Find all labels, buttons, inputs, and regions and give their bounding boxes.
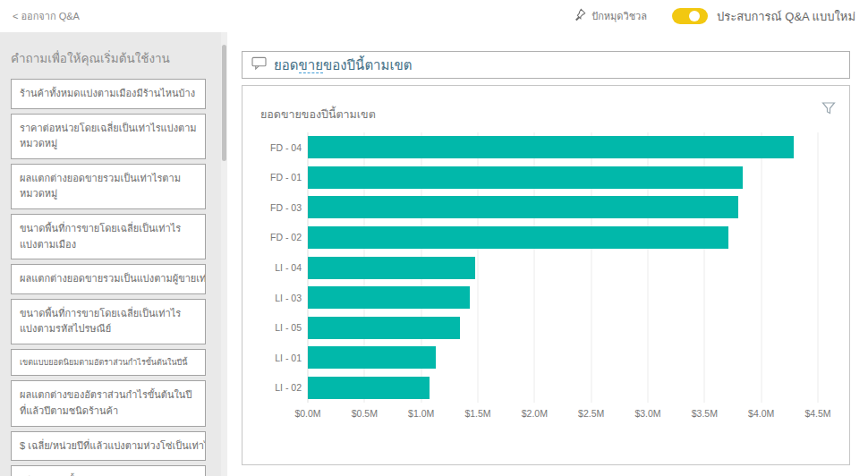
- bar-chart-visual[interactable]: ยอดขายของปีนี้ตามเขต FD - 04FD - 01FD - …: [242, 85, 850, 465]
- bar-LI-05[interactable]: [308, 317, 460, 339]
- bar-LI-02[interactable]: [308, 377, 430, 399]
- x-tick-label: $1.5M: [464, 408, 490, 419]
- x-tick-label: $3.5M: [692, 408, 718, 419]
- bar-FD-02[interactable]: [308, 226, 728, 249]
- new-qa-experience-label: ประสบการณ์ Q&A แบบใหม่: [717, 7, 855, 26]
- pin-visual-button[interactable]: ปักหมุดวิชวล: [574, 8, 647, 24]
- qa-canvas: ยอดขายของปีนี้ตามเขต ยอดขายของปีนี้ตามเข…: [227, 32, 868, 476]
- y-category-label: FD - 02: [253, 232, 302, 242]
- scrollbar-thumb[interactable]: [222, 45, 226, 161]
- bar-row: FD - 04: [308, 132, 818, 163]
- y-category-label: LI - 04: [253, 262, 302, 273]
- pin-visual-label: ปักหมุดวิชวล: [591, 8, 647, 24]
- chart-title: ยอดขายของปีนี้ตามเขต: [260, 106, 376, 123]
- sidebar-question[interactable]: ผลแตกต่างยอดขายรวมเป็นแบ่งตามผู้ขายเท่าไ…: [11, 264, 206, 294]
- x-tick-label: $2.5M: [578, 408, 604, 419]
- qa-screen: < ออกจาก Q&A ปักหมุดวิชวล ประสบการณ์ Q&A…: [0, 0, 868, 476]
- question-list: ร้านค้าทั้งหมดแบ่งตามเมืองมีร้านไหนบ้างร…: [11, 79, 210, 476]
- bar-row: FD - 02: [308, 223, 818, 253]
- exit-qa-link[interactable]: < ออกจาก Q&A: [13, 8, 80, 24]
- bar-FD-01[interactable]: [308, 166, 743, 189]
- sidebar-question[interactable]: เขตแบบยอดนิยมตามอัตราส่วนกำไรขั้นต้นในปี…: [11, 349, 206, 376]
- bar-LI-04[interactable]: [308, 257, 475, 279]
- sidebar-question[interactable]: $ เฉลี่ย/หน่วยปีที่แล้วแบ่งตามห่วงโซ่เป็…: [11, 431, 206, 462]
- y-category-label: LI - 05: [253, 322, 302, 333]
- question-input[interactable]: ยอดขายของปีนี้ตามเขต: [242, 51, 850, 79]
- sidebar-question[interactable]: ผลแตกต่างยอดขายรวมเป็นเท่าไรตามหมวดหมู่: [11, 164, 206, 209]
- bar-row: LI - 04: [308, 252, 818, 283]
- bar-row: LI - 02: [308, 373, 818, 404]
- sidebar-question[interactable]: แสดงยอดขายทั้งหมด: [11, 465, 206, 476]
- toggle-knob: [689, 11, 700, 21]
- sidebar-question[interactable]: ผลแตกต่างของอัตราส่วนกำไรขั้นต้นในปีที่แ…: [11, 380, 206, 426]
- bar-row: LI - 01: [308, 343, 818, 373]
- x-tick-label: $0.0M: [294, 408, 320, 419]
- y-category-label: LI - 02: [253, 382, 302, 393]
- sidebar-question[interactable]: ขนาดพื้นที่การขายโดยเฉลี่ยเป็นเท่าไรแบ่ง…: [11, 214, 206, 259]
- x-tick-label: $0.5M: [352, 408, 378, 419]
- bar-row: FD - 01: [308, 163, 818, 193]
- bar-FD-04[interactable]: [308, 136, 794, 158]
- sidebar-heading: คำถามเพื่อให้คุณเริ่มต้นใช้งาน: [11, 48, 210, 68]
- sidebar-question[interactable]: ร้านค้าทั้งหมดแบ่งตามเมืองมีร้านไหนบ้าง: [11, 79, 206, 109]
- y-category-label: FD - 03: [253, 202, 302, 213]
- sidebar-question[interactable]: ขนาดพื้นที่การขายโดยเฉลี่ยเป็นเท่าไรแบ่ง…: [11, 299, 206, 344]
- suggested-questions-sidebar: คำถามเพื่อให้คุณเริ่มต้นใช้งาน ร้านค้าทั…: [0, 32, 221, 476]
- speech-bubble-icon: [251, 56, 267, 73]
- plot-area: FD - 04FD - 01FD - 03FD - 02LI - 04LI - …: [308, 132, 818, 403]
- sidebar-question[interactable]: ราคาต่อหน่วยโดยเฉลี่ยเป็นเท่าไรแบ่งตามหม…: [11, 114, 206, 159]
- top-bar: < ออกจาก Q&A ปักหมุดวิชวล ประสบการณ์ Q&A…: [0, 0, 868, 32]
- y-category-label: LI - 03: [253, 293, 302, 303]
- bar-row: FD - 03: [308, 192, 818, 223]
- x-axis: $0.0M$0.5M$1.0M$1.5M$2.0M$2.5M$3.0M$3.5M…: [308, 408, 818, 422]
- x-tick-label: $4.0M: [748, 408, 774, 419]
- new-qa-experience-toggle[interactable]: [672, 8, 708, 24]
- bar-FD-03[interactable]: [308, 196, 738, 218]
- x-tick-label: $3.0M: [634, 408, 660, 419]
- bar-row: LI - 05: [308, 312, 818, 343]
- y-category-label: FD - 04: [253, 142, 302, 153]
- pin-icon: [574, 8, 586, 24]
- bar-LI-03[interactable]: [308, 286, 470, 309]
- x-tick-label: $4.5M: [804, 408, 830, 419]
- filter-icon[interactable]: [821, 100, 837, 116]
- y-category-label: LI - 01: [253, 353, 302, 363]
- bar-row: LI - 03: [308, 283, 818, 313]
- topbar-actions: ปักหมุดวิชวล ประสบการณ์ Q&A แบบใหม่: [574, 7, 855, 26]
- sidebar-scrollbar[interactable]: [221, 32, 227, 476]
- recognized-term: ขาย: [299, 57, 323, 73]
- x-tick-label: $1.0M: [408, 408, 434, 419]
- bar-LI-01[interactable]: [308, 346, 436, 369]
- x-tick-label: $2.0M: [522, 408, 548, 419]
- question-text: ยอดขายของปีนี้ตามเขต: [274, 55, 413, 76]
- y-category-label: FD - 01: [253, 172, 302, 183]
- chart-rows: FD - 04FD - 01FD - 03FD - 02LI - 04LI - …: [308, 132, 818, 403]
